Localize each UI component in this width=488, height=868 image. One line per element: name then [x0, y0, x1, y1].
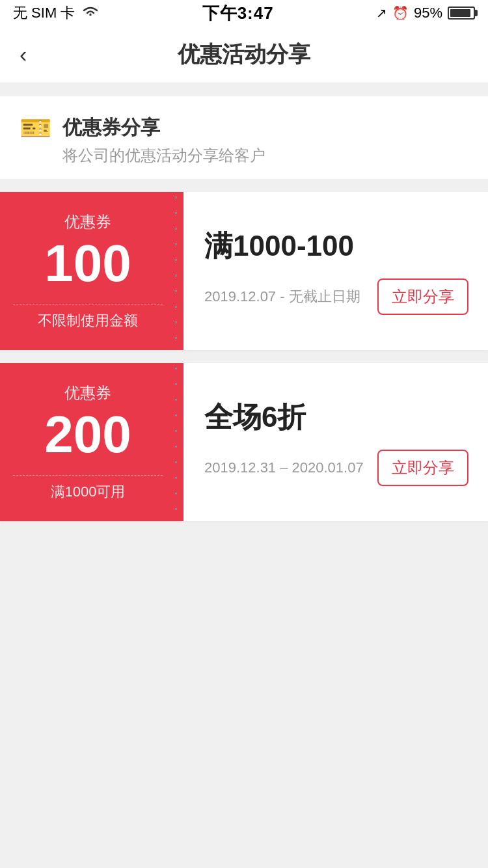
section-header: 🎫 优惠券分享 将公司的优惠活动分享给客户 [0, 96, 488, 179]
coupon-label-1: 优惠券 [64, 211, 111, 232]
coupon-date-1: 2019.12.07 - 无截止日期 [204, 287, 367, 306]
coupon-divider-1 [13, 304, 163, 305]
carrier-text: 无 SIM 卡 [13, 3, 75, 23]
coupon-left-2: 优惠券 200 满1000可用 [0, 363, 176, 521]
coupon-amount-2: 200 [44, 409, 131, 461]
coupon-left-1: 优惠券 100 不限制使用金额 [0, 192, 176, 350]
alarm-icon: ⏰ [392, 5, 409, 21]
section-text: 优惠券分享 将公司的优惠活动分享给客户 [62, 115, 265, 166]
coupon-card-2: 优惠券 200 满1000可用 全场6折 2019.12.31 – 2020.0… [0, 363, 488, 521]
coupon-right-2: 全场6折 2019.12.31 – 2020.01.07 立即分享 [176, 363, 488, 521]
status-right: ↗ ⏰ 95% [376, 5, 475, 21]
wifi-icon [81, 4, 100, 22]
coupon-condition-2: 满1000可用 [51, 482, 126, 502]
back-button[interactable]: ‹ [20, 42, 27, 67]
coupon-amount-1: 100 [44, 237, 131, 290]
coupon-name-2: 全场6折 [204, 398, 468, 437]
coupon-divider-2 [13, 475, 163, 476]
battery-percent: 95% [414, 5, 442, 21]
section-subtitle: 将公司的优惠活动分享给客户 [62, 145, 265, 166]
coupon-label-2: 优惠券 [64, 383, 111, 403]
bottom-area [0, 547, 488, 868]
coupon-date-2: 2019.12.31 – 2020.01.07 [204, 459, 367, 476]
section-title: 优惠券分享 [62, 115, 265, 141]
coupon-condition-1: 不限制使用金额 [38, 311, 138, 331]
coupon-share-icon: 🎫 [20, 115, 52, 141]
coupon-meta-1: 2019.12.07 - 无截止日期 立即分享 [204, 278, 468, 315]
coupon-meta-2: 2019.12.31 – 2020.01.07 立即分享 [204, 450, 468, 486]
coupon-share-button-2[interactable]: 立即分享 [377, 450, 468, 486]
coupon-name-1: 满1000-100 [204, 227, 468, 265]
nav-bar: ‹ 优惠活动分享 [0, 26, 488, 83]
page-title: 优惠活动分享 [178, 40, 310, 70]
coupon-card-1: 优惠券 100 不限制使用金额 满1000-100 2019.12.07 - 无… [0, 192, 488, 350]
status-time: 下午3:47 [202, 2, 274, 25]
location-icon: ↗ [376, 5, 387, 21]
coupon-right-1: 满1000-100 2019.12.07 - 无截止日期 立即分享 [176, 192, 488, 350]
status-bar: 无 SIM 卡 下午3:47 ↗ ⏰ 95% [0, 0, 488, 26]
coupon-share-button-1[interactable]: 立即分享 [377, 278, 468, 315]
battery-icon [448, 7, 475, 20]
status-left: 无 SIM 卡 [13, 3, 100, 23]
coupon-list: 优惠券 100 不限制使用金额 满1000-100 2019.12.07 - 无… [0, 179, 488, 547]
